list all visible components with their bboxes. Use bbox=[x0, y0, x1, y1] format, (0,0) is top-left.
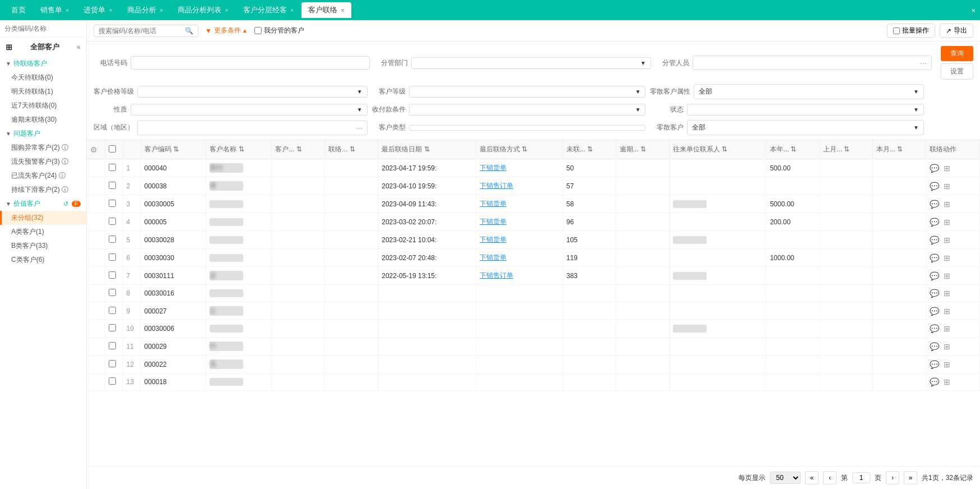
overdue-header[interactable]: 逾期... ⇅ bbox=[616, 140, 669, 159]
chat-icon[interactable]: 💬 bbox=[930, 360, 939, 369]
tab-analysis-list[interactable]: 商品分析列表 × bbox=[171, 2, 235, 18]
row-select-checkbox[interactable] bbox=[109, 236, 116, 243]
grid-action-icon[interactable]: ⊞ bbox=[944, 253, 950, 262]
last-page-button[interactable]: » bbox=[904, 471, 917, 485]
main-search-icon[interactable]: 🔍 bbox=[185, 27, 193, 35]
last-method-link[interactable]: 下销售订单 bbox=[480, 182, 513, 190]
dept-select[interactable]: ▼ bbox=[411, 57, 651, 69]
sidebar-item-7days[interactable]: 近7天待联络(0) bbox=[0, 99, 86, 113]
query-button[interactable]: 查询 bbox=[941, 46, 973, 61]
current-month-header[interactable]: 本月... ⇅ bbox=[873, 140, 926, 159]
contact-header[interactable]: 联络... ⇅ bbox=[325, 140, 378, 159]
customer-type-select[interactable] bbox=[409, 125, 646, 131]
close-customer-segment-icon[interactable]: × bbox=[290, 7, 294, 13]
grid-action-icon[interactable]: ⊞ bbox=[944, 236, 950, 245]
row-select-checkbox[interactable] bbox=[109, 271, 116, 279]
value-customers-section[interactable]: ▼ 价值客户 ↺ F bbox=[0, 197, 86, 211]
close-analysis-list-icon[interactable]: × bbox=[225, 7, 228, 13]
customer-level-select[interactable]: ▼ bbox=[409, 86, 646, 98]
row-select-checkbox[interactable] bbox=[109, 253, 116, 261]
sidebar-item-b-class[interactable]: B类客户(33) bbox=[0, 239, 86, 253]
all-customers-header[interactable]: ⊞ 全部客户 « bbox=[0, 38, 86, 57]
close-purchase-icon[interactable]: × bbox=[109, 7, 112, 13]
tab-customer-segment[interactable]: 客户分层经客 × bbox=[236, 2, 300, 18]
select-all-checkbox[interactable] bbox=[109, 145, 116, 153]
customer-name-header[interactable]: 客户名称 ⇅ bbox=[206, 140, 272, 159]
grid-action-icon[interactable]: ⊞ bbox=[944, 342, 950, 351]
chat-icon[interactable]: 💬 bbox=[930, 377, 939, 386]
sidebar-item-today[interactable]: 今天待联络(0) bbox=[0, 71, 86, 85]
sidebar-item-overdue[interactable]: 逾期未联络(30) bbox=[0, 113, 86, 127]
customer-type-header[interactable]: 客户... ⇅ bbox=[272, 140, 325, 159]
price-level-select[interactable]: ▼ bbox=[137, 86, 368, 98]
last-method-link[interactable]: 下销货单 bbox=[480, 253, 507, 261]
zero-customer-select[interactable]: 全部 ▼ bbox=[687, 120, 924, 135]
row-select-checkbox[interactable] bbox=[109, 360, 116, 367]
last-month-header[interactable]: 上月... ⇅ bbox=[820, 140, 873, 159]
chat-icon[interactable]: 💬 bbox=[930, 218, 939, 227]
chat-icon[interactable]: 💬 bbox=[930, 289, 939, 298]
sidebar-item-warning[interactable]: 流失预警客户(3) ⓘ bbox=[0, 155, 86, 169]
next-page-button[interactable]: › bbox=[886, 471, 899, 485]
tab-purchase[interactable]: 进货单 × bbox=[77, 2, 119, 18]
row-select-checkbox[interactable] bbox=[109, 324, 116, 331]
refresh-icon[interactable]: ↺ bbox=[63, 200, 68, 207]
status-select[interactable]: ▼ bbox=[687, 104, 924, 116]
chat-icon[interactable]: 💬 bbox=[930, 342, 939, 351]
table-settings-icon[interactable]: ⚙ bbox=[90, 145, 97, 154]
grid-action-icon[interactable]: ⊞ bbox=[944, 164, 950, 173]
sidebar-item-lost[interactable]: 已流失客户(24) ⓘ bbox=[0, 169, 86, 183]
chat-icon[interactable]: 💬 bbox=[930, 182, 939, 191]
row-select-checkbox[interactable] bbox=[109, 200, 116, 207]
collapse-icon[interactable]: « bbox=[77, 43, 81, 51]
close-sales-icon[interactable]: × bbox=[66, 7, 69, 13]
chat-icon[interactable]: 💬 bbox=[930, 164, 939, 173]
batch-checkbox[interactable] bbox=[893, 27, 900, 34]
prev-page-button[interactable]: ‹ bbox=[823, 471, 837, 485]
unit-contact-header[interactable]: 往来单位联系人 ⇅ bbox=[669, 140, 767, 159]
last-method-link[interactable]: 下销货单 bbox=[480, 164, 507, 172]
sidebar-item-c-class[interactable]: C类客户(6) bbox=[0, 253, 86, 267]
close-analysis-icon[interactable]: × bbox=[160, 7, 163, 13]
row-select-checkbox[interactable] bbox=[109, 377, 116, 385]
grid-action-icon[interactable]: ⊞ bbox=[944, 377, 950, 386]
last-method-link[interactable]: 下销货单 bbox=[480, 218, 507, 225]
tab-home[interactable]: 首页 bbox=[4, 2, 32, 18]
row-select-checkbox[interactable] bbox=[109, 218, 116, 225]
manager-select[interactable]: ··· bbox=[693, 56, 932, 70]
grid-action-icon[interactable]: ⊞ bbox=[944, 360, 950, 369]
nature-select[interactable]: ▼ bbox=[131, 104, 368, 116]
close-all-button[interactable]: × bbox=[971, 6, 976, 15]
phone-input[interactable] bbox=[131, 56, 370, 70]
row-select-checkbox[interactable] bbox=[109, 182, 116, 189]
problem-customers-section[interactable]: ▼ 问题客户 bbox=[0, 127, 86, 141]
sidebar-item-declining[interactable]: 持续下滑客户(2) ⓘ bbox=[0, 183, 86, 197]
first-page-button[interactable]: « bbox=[805, 471, 819, 485]
row-select-checkbox[interactable] bbox=[109, 342, 116, 349]
grid-action-icon[interactable]: ⊞ bbox=[944, 182, 950, 191]
sidebar-search-input[interactable] bbox=[4, 25, 87, 33]
manager-dots[interactable]: ··· bbox=[920, 58, 927, 67]
region-dots[interactable]: ··· bbox=[356, 123, 363, 132]
page-number-input[interactable] bbox=[852, 472, 870, 483]
sidebar-item-a-class[interactable]: A类客户(1) bbox=[0, 225, 86, 239]
chat-icon[interactable]: 💬 bbox=[930, 271, 939, 280]
last-method-link[interactable]: 下销货单 bbox=[480, 236, 507, 243]
customer-code-header[interactable]: 客户编码 ⇅ bbox=[141, 140, 206, 159]
batch-operation-button[interactable]: 批量操作 bbox=[887, 24, 935, 38]
chat-icon[interactable]: 💬 bbox=[930, 200, 939, 209]
chat-icon[interactable]: 💬 bbox=[930, 307, 939, 316]
more-conditions-button[interactable]: ▼ 更多条件 ▲ bbox=[205, 26, 248, 35]
payment-select[interactable]: ▼ bbox=[409, 104, 646, 116]
last-contact-date-header[interactable]: 最后联络日期 ⇅ bbox=[378, 140, 476, 159]
row-select-checkbox[interactable] bbox=[109, 307, 116, 314]
last-contact-method-header[interactable]: 最后联络方式 ⇅ bbox=[476, 140, 563, 159]
grid-action-icon[interactable]: ⊞ bbox=[944, 200, 950, 209]
grid-action-icon[interactable]: ⊞ bbox=[944, 218, 950, 227]
grid-action-icon[interactable]: ⊞ bbox=[944, 324, 950, 333]
region-select[interactable]: ··· bbox=[137, 121, 368, 135]
sidebar-item-tomorrow[interactable]: 明天待联络(1) bbox=[0, 85, 86, 99]
page-size-select[interactable]: 50 100 200 bbox=[770, 472, 801, 484]
last-method-link[interactable]: 下销货单 bbox=[480, 200, 507, 207]
not-contacted-header[interactable]: 未联... ⇅ bbox=[563, 140, 616, 159]
